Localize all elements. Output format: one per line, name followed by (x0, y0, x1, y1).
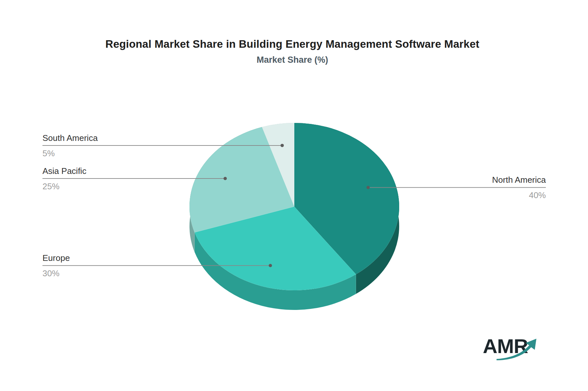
slice-label-south-america: South America (42, 133, 98, 143)
slice-value-north-america: 40% (529, 190, 546, 200)
pie-chart-3d (0, 0, 588, 391)
slice-value-south-america: 5% (42, 148, 55, 158)
slice-label-north-america: North America (492, 175, 546, 185)
leader-dot-south-america (281, 144, 284, 147)
slice-value-asia-pacific: 25% (42, 181, 59, 191)
slice-label-asia-pacific: Asia Pacific (42, 166, 86, 176)
slice-label-europe: Europe (42, 253, 70, 263)
amr-logo: AMR (483, 336, 548, 366)
amr-logo-arrow-icon (490, 335, 542, 362)
chart-page: { "page": { "title": "Regional Market Sh… (0, 0, 588, 391)
leader-dot-north-america (367, 186, 370, 189)
leader-dot-asia-pacific (223, 177, 227, 180)
slice-value-europe: 30% (42, 268, 59, 278)
leader-dot-europe (269, 264, 272, 267)
